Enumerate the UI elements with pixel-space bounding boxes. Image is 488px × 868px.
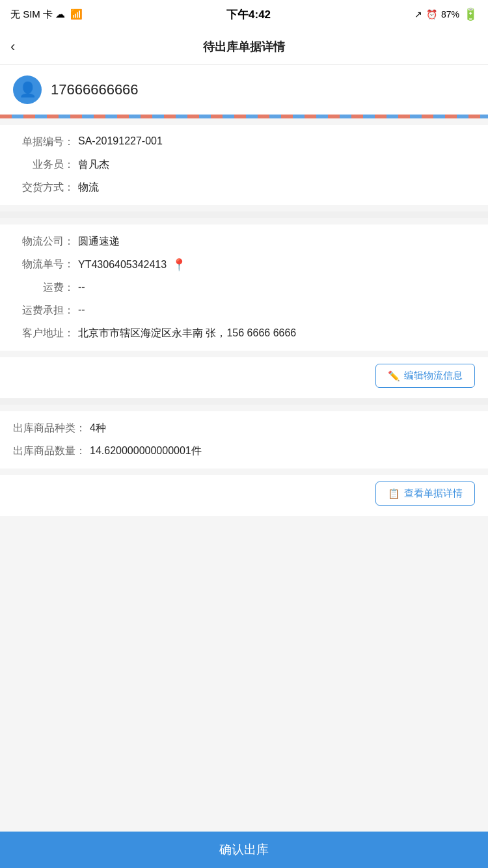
document-icon: 📋 [388, 488, 400, 500]
user-icon: 👤 [19, 81, 36, 98]
nav-bar: ‹ 待出库单据详情 [0, 29, 488, 65]
freight-bearer-value: -- [78, 304, 475, 316]
address-value: 北京市市辖区海淀区永丰南 张，156 6666 6666 [78, 327, 475, 340]
wifi-icon: 📶 [70, 8, 83, 20]
product-types-value: 4种 [90, 422, 475, 435]
customer-phone: 17666666666 [51, 81, 139, 98]
confirm-bar[interactable]: 确认出库 [0, 832, 488, 868]
freight-bearer-label: 运费承担： [13, 304, 78, 318]
page-title: 待出库单据详情 [203, 39, 285, 55]
dashed-divider [0, 115, 488, 118]
salesperson-value: 曾凡杰 [78, 158, 475, 172]
edit-logistics-row: ✏️ 编辑物流信息 [0, 357, 488, 398]
avatar: 👤 [13, 75, 42, 104]
logistics-company-row: 物流公司： 圆通速递 [13, 235, 475, 249]
confirm-label: 确认出库 [219, 841, 269, 858]
edit-logistics-label: 编辑物流信息 [404, 370, 463, 382]
document-no-row: 单据编号： SA-20191227-001 [13, 135, 475, 149]
tracking-no-label: 物流单号： [13, 258, 78, 271]
logistics-company-value: 圆通速递 [78, 235, 475, 249]
address-label: 客户地址： [13, 327, 78, 340]
tracking-no-row: 物流单号： YT4306405342413 📍 [13, 258, 475, 272]
product-types-label: 出库商品种类： [13, 422, 90, 435]
delivery-method-label: 交货方式： [13, 181, 78, 195]
alarm-icon: ⏰ [426, 9, 437, 20]
thin-separator-2 [0, 398, 488, 405]
status-time: 下午4:42 [226, 7, 271, 22]
battery-percent: 87% [441, 9, 459, 20]
location-status-icon: ↗ [414, 9, 422, 20]
view-detail-button[interactable]: 📋 查看单据详情 [375, 481, 475, 506]
status-right: ↗ ⏰ 87% 🔋 [414, 7, 478, 21]
view-detail-row: 📋 查看单据详情 [0, 475, 488, 516]
document-no-value: SA-20191227-001 [78, 135, 475, 147]
document-no-label: 单据编号： [13, 135, 78, 149]
product-quantity-row: 出库商品数量： 14.620000000000001件 [13, 444, 475, 458]
status-bar: 无 SIM 卡 ☁ 📶 下午4:42 ↗ ⏰ 87% 🔋 [0, 0, 488, 29]
freight-label: 运费： [13, 281, 78, 295]
customer-header: 👤 17666666666 [0, 65, 488, 115]
status-left: 无 SIM 卡 ☁ 📶 [10, 8, 83, 21]
address-row: 客户地址： 北京市市辖区海淀区永丰南 张，156 6666 6666 [13, 327, 475, 340]
logistics-company-label: 物流公司： [13, 235, 78, 249]
logistics-section: 物流公司： 圆通速递 物流单号： YT4306405342413 📍 运费： -… [0, 224, 488, 351]
view-detail-label: 查看单据详情 [404, 487, 463, 500]
edit-logistics-button[interactable]: ✏️ 编辑物流信息 [375, 364, 475, 388]
tracking-no-value: YT4306405342413 📍 [78, 258, 475, 272]
bottom-spacer [0, 516, 488, 646]
basic-info-section: 单据编号： SA-20191227-001 业务员： 曾凡杰 交货方式： 物流 [0, 125, 488, 205]
salesperson-row: 业务员： 曾凡杰 [13, 158, 475, 172]
map-pin-icon[interactable]: 📍 [172, 258, 186, 272]
salesperson-label: 业务员： [13, 158, 78, 172]
delivery-method-row: 交货方式： 物流 [13, 181, 475, 195]
freight-row: 运费： -- [13, 281, 475, 295]
thin-separator-1 [0, 211, 488, 218]
sim-status: 无 SIM 卡 ☁ [10, 8, 65, 21]
back-button[interactable]: ‹ [10, 33, 20, 61]
edit-icon: ✏️ [388, 370, 400, 382]
product-quantity-label: 出库商品数量： [13, 444, 90, 458]
freight-value: -- [78, 281, 475, 293]
outbound-info-section: 出库商品种类： 4种 出库商品数量： 14.620000000000001件 [0, 411, 488, 468]
tracking-no-text: YT4306405342413 [78, 259, 167, 271]
product-quantity-value: 14.620000000000001件 [90, 444, 475, 458]
delivery-method-value: 物流 [78, 181, 475, 195]
freight-bearer-row: 运费承担： -- [13, 304, 475, 318]
product-types-row: 出库商品种类： 4种 [13, 422, 475, 435]
battery-icon: 🔋 [463, 7, 478, 21]
